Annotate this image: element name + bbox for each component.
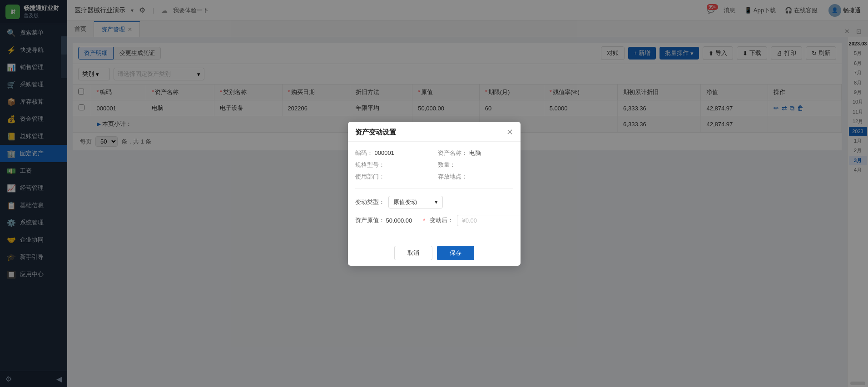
asset-value-label: 资产原值： xyxy=(355,216,382,224)
asset-value-row: 资产原值： 50,000.00 * 变动后： xyxy=(355,215,513,226)
modal-header: 资产变动设置 ✕ xyxy=(348,122,521,142)
modal-location-item: 存放地点： xyxy=(438,173,513,181)
asset-value: 50,000.00 xyxy=(386,217,412,224)
modal-body: 编码： 000001 资产名称： 电脑 规格型号： 数量： 使用部门： xyxy=(348,142,521,240)
change-type-row: 变动类型： 原值变动 ▾ xyxy=(355,196,513,208)
change-type-value: 原值变动 xyxy=(393,198,417,206)
modal-overlay: 资产变动设置 ✕ 编码： 000001 资产名称： 电脑 规格型号： 数 xyxy=(0,0,868,387)
after-input[interactable] xyxy=(457,215,520,226)
modal-close-btn[interactable]: ✕ xyxy=(506,128,513,136)
save-btn[interactable]: 保存 xyxy=(437,246,474,260)
modal-footer: 取消 保存 xyxy=(348,240,521,266)
modal-title: 资产变动设置 xyxy=(355,128,396,137)
modal-name-value: 电脑 xyxy=(469,149,481,157)
modal-name-label: 资产名称： xyxy=(438,149,467,157)
modal-spec-label: 规格型号： xyxy=(355,161,385,169)
asset-change-modal: 资产变动设置 ✕ 编码： 000001 资产名称： 电脑 规格型号： 数 xyxy=(348,122,521,266)
modal-code-item: 编码： 000001 xyxy=(355,149,431,157)
modal-name-item: 资产名称： 电脑 xyxy=(438,149,513,157)
modal-code-label: 编码： xyxy=(355,149,373,157)
after-label: 变动后： xyxy=(430,216,453,224)
modal-quantity-label: 数量： xyxy=(438,161,456,169)
cancel-btn[interactable]: 取消 xyxy=(394,246,432,260)
modal-dept-item: 使用部门： xyxy=(355,173,431,181)
modal-info-grid: 编码： 000001 资产名称： 电脑 规格型号： 数量： 使用部门： xyxy=(355,149,513,189)
change-type-select[interactable]: 原值变动 ▾ xyxy=(388,196,443,208)
modal-dept-label: 使用部门： xyxy=(355,173,385,181)
change-type-dropdown-icon: ▾ xyxy=(435,198,438,205)
change-type-label: 变动类型： xyxy=(355,198,385,206)
modal-location-label: 存放地点： xyxy=(438,173,467,181)
after-required: * xyxy=(423,217,426,224)
modal-code-value: 000001 xyxy=(375,149,394,156)
modal-quantity-item: 数量： xyxy=(438,161,513,169)
modal-spec-item: 规格型号： xyxy=(355,161,431,169)
